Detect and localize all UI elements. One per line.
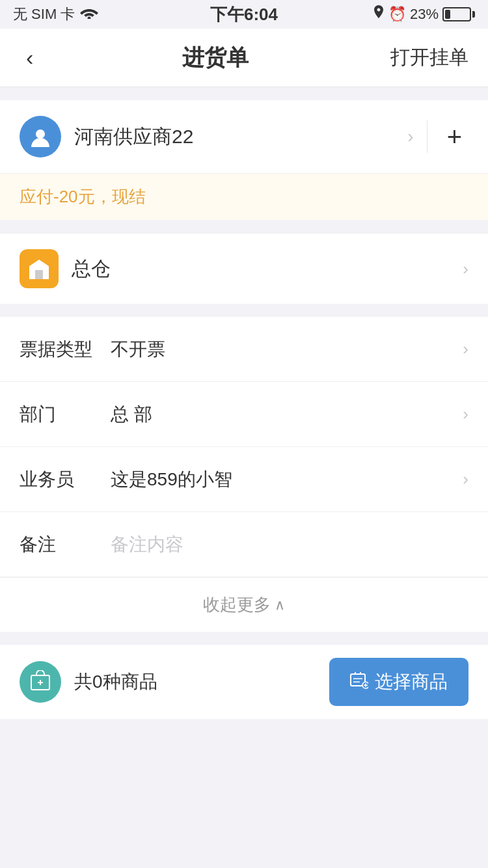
svg-rect-2: [35, 270, 43, 279]
nav-bar: ‹ 进货单 打开挂单: [0, 29, 488, 87]
invoice-type-row[interactable]: 票据类型 不开票 ›: [0, 317, 488, 382]
supplier-section: 河南供应商22 › + 应付-20元，现结: [0, 100, 488, 220]
supplier-arrow-icon: ›: [407, 126, 413, 147]
status-time: 下午6:04: [210, 3, 278, 26]
battery-text: 23%: [410, 6, 439, 23]
department-label: 部门: [20, 402, 104, 427]
warehouse-arrow-icon: ›: [463, 259, 468, 279]
location-icon: [373, 5, 385, 23]
collapse-icon: ∧: [275, 597, 285, 614]
product-icon: [20, 661, 61, 703]
select-product-label: 选择商品: [375, 670, 448, 694]
alarm-icon: ⏰: [388, 6, 406, 23]
add-supplier-button[interactable]: +: [441, 122, 468, 152]
warehouse-section: 总仓 ›: [0, 233, 488, 304]
status-right: ⏰ 23%: [373, 5, 475, 23]
form-section: 票据类型 不开票 › 部门 总 部 › 业务员 这是859的小智 › 备注 备注…: [0, 317, 488, 632]
svg-point-1: [36, 129, 45, 139]
warehouse-row[interactable]: 总仓 ›: [0, 233, 488, 304]
supplier-name: 河南供应商22: [74, 124, 193, 150]
section-gap-1: [0, 87, 488, 100]
page-title: 进货单: [182, 43, 249, 73]
status-bar: 无 SIM 卡 下午6:04 ⏰ 23%: [0, 0, 488, 29]
product-bar: 共0种商品 选择商品: [0, 645, 488, 719]
salesperson-arrow: ›: [463, 469, 468, 489]
supplier-row[interactable]: 河南供应商22 › +: [0, 100, 488, 174]
collapse-row[interactable]: 收起更多 ∧: [0, 577, 488, 632]
vertical-divider: [427, 120, 427, 153]
open-pending-button[interactable]: 打开挂单: [390, 44, 468, 71]
invoice-type-arrow: ›: [463, 339, 468, 359]
wifi-icon: [80, 6, 98, 23]
warehouse-name: 总仓: [72, 256, 463, 282]
back-button[interactable]: ‹: [20, 38, 40, 77]
collapse-label: 收起更多: [203, 593, 271, 616]
invoice-type-value: 不开票: [104, 337, 463, 362]
salesperson-row[interactable]: 业务员 这是859的小智 ›: [0, 447, 488, 512]
department-arrow: ›: [463, 404, 468, 424]
salesperson-value: 这是859的小智: [104, 467, 463, 492]
product-count: 共0种商品: [74, 670, 316, 694]
supplier-left: 河南供应商22: [20, 116, 407, 157]
remark-input[interactable]: 备注内容: [104, 532, 468, 557]
department-value: 总 部: [104, 402, 463, 427]
notice-text: 应付-20元，现结: [20, 187, 146, 206]
department-row[interactable]: 部门 总 部 ›: [0, 382, 488, 447]
remark-row[interactable]: 备注 备注内容: [0, 512, 488, 577]
select-product-icon: [350, 671, 368, 694]
supplier-avatar: [20, 116, 61, 157]
battery-icon: [442, 7, 475, 21]
notice-row: 应付-20元，现结: [0, 174, 488, 220]
carrier-text: 无 SIM 卡: [13, 5, 75, 24]
bottom-area: [0, 719, 488, 868]
section-gap-2: [0, 220, 488, 233]
select-product-button[interactable]: 选择商品: [329, 658, 468, 706]
warehouse-icon: [20, 249, 59, 288]
remark-label: 备注: [20, 532, 104, 557]
svg-point-0: [88, 17, 91, 20]
salesperson-label: 业务员: [20, 467, 104, 492]
invoice-type-label: 票据类型: [20, 337, 104, 362]
status-left: 无 SIM 卡: [13, 5, 98, 24]
